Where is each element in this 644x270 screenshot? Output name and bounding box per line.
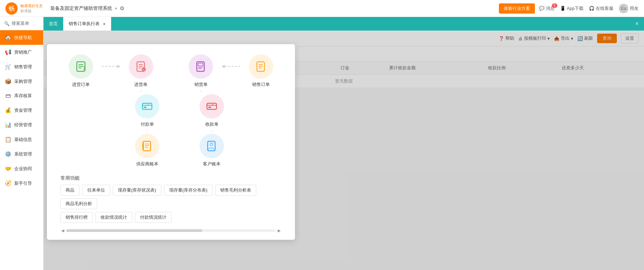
scrollbar-track[interactable] bbox=[66, 229, 276, 232]
sidebar-item-label: 快捷导航 bbox=[14, 35, 32, 41]
arrow-2: ◀ bbox=[222, 64, 241, 69]
basic-info-icon: 📋 bbox=[5, 136, 12, 143]
func-btn-counterparty[interactable]: 往来单位 bbox=[82, 185, 110, 196]
sales-bill-icon bbox=[189, 54, 213, 79]
operations-icon: 📊 bbox=[5, 122, 12, 128]
down-arrows-row2: ↓ ↓ bbox=[60, 127, 281, 132]
purchase-order-icon bbox=[69, 54, 93, 79]
func-btn-product[interactable]: 商品 bbox=[60, 185, 80, 196]
purchase-order-node[interactable]: 进货订单 bbox=[60, 54, 102, 88]
sidebar-item-label: 销售管理 bbox=[14, 64, 32, 70]
arrow-down-customer: ↓ bbox=[190, 127, 234, 132]
customer-ledger-icon bbox=[199, 134, 224, 158]
flow-section: 进货订单 ▶ bbox=[60, 54, 281, 167]
svg-text:✓: ✓ bbox=[142, 68, 145, 71]
logo-text: 畅康通好生意标准版 bbox=[20, 3, 43, 13]
svg-text:¥: ¥ bbox=[147, 103, 149, 107]
sidebar-item-label: 企业协同 bbox=[14, 166, 32, 172]
message-button[interactable]: 💬 消息 5 bbox=[539, 5, 555, 12]
sidebar-item-collab[interactable]: 🤝 企业协同 bbox=[0, 161, 43, 176]
func-btn-product-profit[interactable]: 商品毛利分析 bbox=[60, 198, 97, 209]
func-btn-payment-stats[interactable]: 付款情况统计 bbox=[135, 212, 172, 223]
phone-icon: 📱 bbox=[560, 6, 565, 11]
flow-row-3: 供应商账本 bbox=[60, 134, 281, 167]
spacer-down-3 bbox=[161, 88, 180, 93]
sidebar-item-label: 资金管理 bbox=[14, 107, 32, 113]
settings-icon[interactable]: ⚙ bbox=[120, 5, 124, 12]
sidebar: 🔍 搜索菜单 🏠 快捷导航 📢 营销推广 🛒 销售管理 📦 采购管理 🗃 bbox=[0, 17, 43, 270]
tab-sales-order[interactable]: 销售订单执行表 × bbox=[63, 17, 111, 31]
sales-order-label: 销售订单 bbox=[252, 82, 270, 88]
search-menu[interactable]: 🔍 搜索菜单 bbox=[0, 17, 43, 30]
sidebar-item-label: 库存核算 bbox=[14, 93, 32, 99]
spacer-down-4 bbox=[222, 88, 241, 93]
online-service-label: 在线客服 bbox=[596, 5, 613, 12]
tab-home[interactable]: 首页 bbox=[43, 17, 63, 31]
customer-ledger-node[interactable]: 客户账本 bbox=[190, 134, 234, 167]
logo-area: 畅 畅康通好生意标准版 bbox=[5, 2, 46, 15]
sidebar-item-sales[interactable]: 🛒 销售管理 bbox=[0, 59, 43, 74]
func-btn-sales-profit[interactable]: 销售毛利分析表 bbox=[215, 185, 256, 196]
sales-bill-node[interactable]: 销货单 bbox=[180, 54, 222, 88]
sidebar-item-quick-nav[interactable]: 🏠 快捷导航 bbox=[0, 30, 43, 45]
flow-modal: 进货订单 ▶ bbox=[47, 44, 295, 240]
top-header: 畅 畅康通好生意标准版 装备及固定资产辅助管理系统 ▾ ⚙ 体验行业方案 💬 消… bbox=[0, 0, 644, 17]
sidebar-item-basic-info[interactable]: 📋 基础信息 bbox=[0, 132, 43, 147]
sidebar-item-purchase[interactable]: 📦 采购管理 bbox=[0, 74, 43, 89]
sales-order-tab-label: 销售订单执行表 bbox=[69, 21, 100, 27]
svg-rect-11 bbox=[198, 63, 203, 66]
func-btn-stock-status[interactable]: 现存量(库存状况表) bbox=[113, 185, 161, 196]
message-badge: 5 bbox=[552, 3, 557, 8]
spacer-down-1 bbox=[60, 88, 102, 93]
home-tab-label: 首页 bbox=[49, 21, 58, 27]
dropdown-arrow-icon[interactable]: ▾ bbox=[115, 6, 117, 11]
sales-order-icon bbox=[249, 54, 273, 79]
func-btn-stock-dist[interactable]: 现存量(库存分布表) bbox=[164, 185, 213, 196]
sidebar-item-marketing[interactable]: 📢 营销推广 bbox=[0, 45, 43, 59]
func-btn-sales-rank[interactable]: 销售排行榜 bbox=[60, 212, 93, 223]
supplier-ledger-label: 供应商账本 bbox=[136, 161, 158, 167]
user-menu[interactable]: Ea 用友 bbox=[619, 4, 639, 13]
common-functions-title: 常用功能 bbox=[60, 175, 281, 181]
spacer2-2 bbox=[105, 127, 125, 132]
avatar: Ea bbox=[619, 4, 628, 13]
tab-bar-close-icon[interactable]: × bbox=[630, 21, 644, 27]
arrow-down-payment: ↓ bbox=[120, 88, 161, 93]
logo-icon: 畅 bbox=[5, 2, 18, 15]
arrow-1: ▶ bbox=[102, 64, 121, 69]
sidebar-item-finance[interactable]: 💰 资金管理 bbox=[0, 103, 43, 118]
scrollbar-thumb bbox=[66, 229, 202, 232]
func-btn-receipt-stats[interactable]: 收款情况统计 bbox=[95, 212, 132, 223]
finance-icon: 💰 bbox=[5, 107, 12, 113]
sidebar-item-inventory[interactable]: 🗃 库存核算 bbox=[0, 89, 43, 103]
username: 用友 bbox=[630, 5, 639, 12]
svg-text:¥: ¥ bbox=[211, 103, 214, 107]
inventory-icon: 🗃 bbox=[5, 93, 12, 99]
online-service-button[interactable]: 🎧 在线客服 bbox=[589, 5, 613, 12]
purchase-bill-node[interactable]: ✓ 进货单 bbox=[120, 54, 161, 88]
search-icon: 🔍 bbox=[4, 21, 10, 26]
supplier-ledger-node[interactable]: 供应商账本 bbox=[125, 134, 169, 167]
sidebar-item-guide[interactable]: 🧭 新手引导 bbox=[0, 176, 43, 191]
app-download-button[interactable]: 📱 App下载 bbox=[560, 5, 584, 12]
receipt-bill-node[interactable]: ¥ 收款单 bbox=[190, 94, 234, 127]
svg-point-32 bbox=[210, 143, 213, 146]
payment-bill-label: 付款单 bbox=[141, 121, 154, 127]
page-content: ❓ 帮助 🖨 按模板打印 ▾ 📤 导出 ▾ 🔄 bbox=[43, 31, 644, 270]
payment-bill-node[interactable]: ¥ 付款单 bbox=[125, 94, 169, 127]
sales-order-node[interactable]: 销售订单 bbox=[240, 54, 281, 88]
tab-close-icon[interactable]: × bbox=[103, 21, 106, 26]
flow-row-1: 进货订单 ▶ bbox=[60, 54, 281, 88]
scroll-right-button[interactable]: ▶ bbox=[277, 228, 281, 233]
sales-bill-label: 销货单 bbox=[194, 82, 208, 88]
sidebar-item-system[interactable]: ⚙️ 系统管理 bbox=[0, 147, 43, 161]
message-icon: 💬 bbox=[539, 6, 544, 11]
purchase-order-label: 进货订单 bbox=[72, 82, 90, 88]
trial-button[interactable]: 体验行业方案 bbox=[499, 3, 535, 14]
system-icon: ⚙️ bbox=[5, 151, 12, 157]
sales-icon: 🛒 bbox=[5, 64, 12, 70]
sidebar-item-operations[interactable]: 📊 经营管理 bbox=[0, 118, 43, 132]
system-title: 装备及固定资产辅助管理系统 ▾ ⚙ bbox=[50, 5, 495, 12]
headset-icon: 🎧 bbox=[589, 6, 594, 11]
scroll-left-button[interactable]: ◀ bbox=[60, 228, 65, 233]
